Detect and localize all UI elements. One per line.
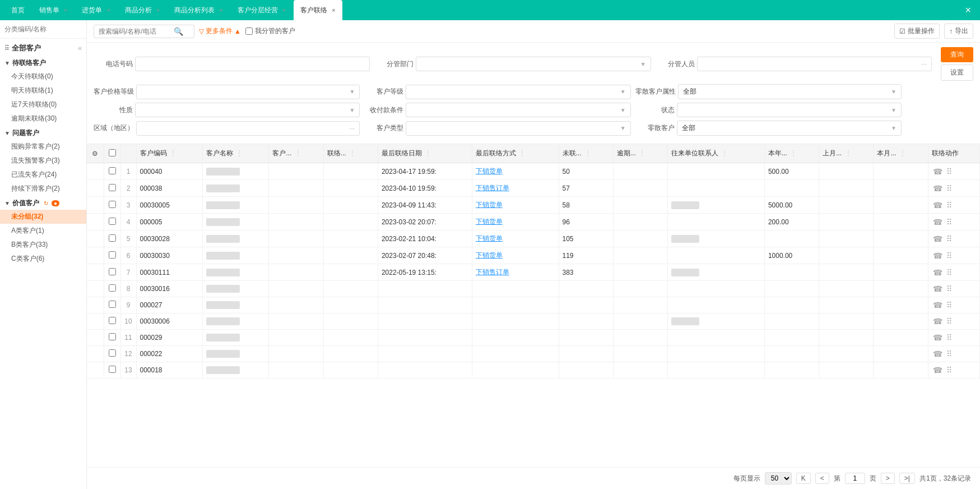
more-action-icon[interactable]: ⠿ (946, 184, 952, 193)
checkbox-cell[interactable] (104, 180, 120, 197)
call-action-icon[interactable]: ☎ (933, 366, 942, 375)
sidebar-item-ungroup[interactable]: 未分组(32) (0, 210, 86, 224)
call-action-icon[interactable]: ☎ (933, 317, 942, 326)
lastway-cell[interactable] (472, 362, 559, 379)
retail-select[interactable]: 全部▼ (677, 121, 902, 136)
call-action-icon[interactable]: ☎ (933, 349, 942, 358)
sidebar-item-class-b[interactable]: B类客户(33) (0, 238, 86, 252)
thismonth-col-header[interactable]: 本月... ⋮ (874, 144, 928, 163)
call-action-icon[interactable]: ☎ (933, 201, 942, 210)
row-checkbox[interactable] (109, 218, 116, 225)
more-action-icon[interactable]: ⠿ (946, 284, 952, 293)
main-search-input[interactable] (99, 27, 171, 35)
row-checkbox[interactable] (109, 167, 116, 174)
lastway-cell[interactable]: 下销货单 (472, 230, 559, 247)
nav-tab-customer-contact[interactable]: 客户联络 × (294, 0, 342, 20)
contactperson-col-header[interactable]: 往来单位联系人 ⋮ (668, 144, 765, 163)
sidebar-item-abnormal[interactable]: 囤购异常客户(2) (0, 140, 86, 154)
all-customers-header[interactable]: ⠿ 全部客户 « (0, 39, 86, 56)
call-action-icon[interactable]: ☎ (933, 218, 942, 227)
checkbox-col-header[interactable] (104, 144, 120, 163)
checkbox-cell[interactable] (104, 362, 120, 379)
refresh-icon[interactable]: ↻ (44, 200, 48, 206)
contact-way-link[interactable]: 下销货单 (476, 201, 503, 209)
dept-select[interactable]: ▼ (416, 57, 651, 71)
sidebar-item-declining[interactable]: 持续下滑客户(2) (0, 182, 86, 196)
lastway-cell[interactable]: 下销货单 (472, 247, 559, 264)
lastdate-col-header[interactable]: 最后联络日期 ⋮ (378, 144, 472, 163)
sidebar-item-tomorrow[interactable]: 明天待联络(1) (0, 84, 86, 98)
cust-type-select[interactable]: ▼ (406, 121, 630, 136)
row-checkbox[interactable] (109, 251, 116, 259)
main-search-icon[interactable]: 🔍 (174, 27, 183, 36)
more-action-icon[interactable]: ⠿ (946, 317, 952, 326)
nav-tab-sales[interactable]: 销售单 × (32, 0, 74, 20)
lastway-cell[interactable] (472, 330, 559, 346)
nav-tab-customer-mgmt[interactable]: 客户分层经营 × (231, 0, 292, 20)
more-action-icon[interactable]: ⠿ (946, 251, 952, 260)
tab-close-icon[interactable]: × (332, 7, 335, 13)
call-action-icon[interactable]: ☎ (933, 333, 942, 342)
row-checkbox[interactable] (109, 234, 116, 242)
lastway-cell[interactable]: 下销售订单 (472, 180, 559, 197)
checkbox-cell[interactable] (104, 346, 120, 362)
sidebar-item-today[interactable]: 今天待联络(0) (0, 70, 86, 84)
contact-way-link[interactable]: 下销售订单 (476, 268, 509, 276)
checkbox-cell[interactable] (104, 163, 120, 180)
call-action-icon[interactable]: ☎ (933, 251, 942, 260)
overdue-col-header[interactable]: 逾期... ⋮ (613, 144, 667, 163)
more-conditions-button[interactable]: ▽ 更多条件 ▲ (199, 26, 241, 36)
main-search-box[interactable]: 🔍 (94, 25, 194, 38)
sidebar-item-class-a[interactable]: A类客户(1) (0, 224, 86, 238)
notcontact-col-header[interactable]: 未联... ⋮ (559, 144, 613, 163)
sidebar-item-class-c[interactable]: C类客户(6) (0, 252, 86, 266)
row-checkbox[interactable] (109, 333, 116, 340)
contact-col-header[interactable]: 联络... ⋮ (323, 144, 378, 163)
more-action-icon[interactable]: ⠿ (946, 167, 952, 176)
lastway-cell[interactable] (472, 313, 559, 330)
phone-input[interactable] (135, 57, 370, 71)
lastway-cell[interactable]: 下销货单 (472, 214, 559, 230)
name-col-header[interactable]: 客户名称 ⋮ (202, 144, 268, 163)
checkbox-cell[interactable] (104, 297, 120, 313)
settings-col-header[interactable]: ⚙ (87, 144, 104, 163)
call-action-icon[interactable]: ☎ (933, 184, 942, 193)
tab-close-icon[interactable]: × (156, 7, 160, 13)
person-select[interactable]: ··· (697, 57, 932, 71)
group-problem-customers[interactable]: ▼ 问题客户 (0, 126, 86, 140)
cust-level-select[interactable]: ▼ (406, 85, 630, 99)
sidebar-item-churn-warning[interactable]: 流失预警客户(3) (0, 154, 86, 168)
checkbox-cell[interactable] (104, 197, 120, 214)
contact-way-link[interactable]: 下销货单 (476, 167, 503, 175)
checkbox-cell[interactable] (104, 264, 120, 281)
row-checkbox[interactable] (109, 284, 116, 292)
sidebar-search-input[interactable] (4, 25, 87, 33)
export-button[interactable]: ↑ 导出 (944, 24, 973, 39)
tab-close-icon[interactable]: × (282, 7, 286, 13)
lastway-cell[interactable]: 下销货单 (472, 197, 559, 214)
nature-select[interactable]: ▼ (135, 103, 360, 117)
row-checkbox[interactable] (109, 268, 116, 275)
checkbox-cell[interactable] (104, 247, 120, 264)
more-action-icon[interactable]: ⠿ (946, 301, 952, 310)
my-customers-checkbox[interactable] (245, 27, 253, 35)
thisyear-col-header[interactable]: 本年... ⋮ (764, 144, 819, 163)
region-select[interactable]: ··· (136, 121, 360, 136)
payment-select[interactable]: ▼ (406, 103, 630, 117)
retail-attr-select[interactable]: 全部▼ (678, 84, 902, 99)
more-action-icon[interactable]: ⠿ (946, 366, 952, 375)
row-checkbox[interactable] (109, 301, 116, 308)
call-action-icon[interactable]: ☎ (933, 301, 942, 310)
tab-close-icon[interactable]: × (106, 7, 110, 13)
reset-button[interactable]: 设置 (941, 64, 973, 81)
tab-close-icon[interactable]: × (64, 7, 67, 13)
select-all-checkbox[interactable] (109, 149, 116, 156)
status-select[interactable]: ▼ (677, 103, 902, 117)
more-action-icon[interactable]: ⠿ (946, 349, 952, 358)
lastway-cell[interactable] (472, 281, 559, 297)
row-checkbox[interactable] (109, 317, 116, 324)
per-page-select[interactable]: 50 (765, 472, 792, 485)
call-action-icon[interactable]: ☎ (933, 284, 942, 293)
more-action-icon[interactable]: ⠿ (946, 268, 952, 277)
sidebar-item-churned[interactable]: 已流失客户(24) (0, 168, 86, 182)
